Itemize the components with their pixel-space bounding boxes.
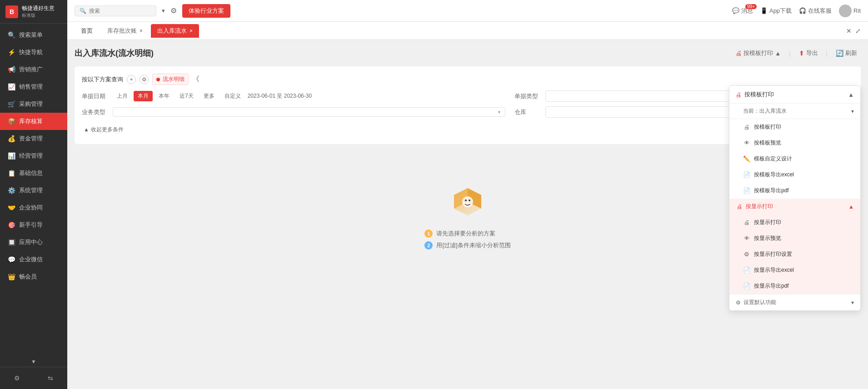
settings-footer-btn[interactable]: ⚙ xyxy=(11,372,23,384)
operation-icon: 📊 xyxy=(7,152,15,160)
sidebar-item-apps[interactable]: 🔲 应用中心 xyxy=(0,234,67,251)
sidebar-item-wechat[interactable]: 💬 企业微信 xyxy=(0,251,67,268)
restore-btn[interactable]: ✕ xyxy=(846,27,852,35)
basic-icon: 📋 xyxy=(7,169,15,177)
dropdown-item-display-pdf[interactable]: 📄 按显示导出pdf xyxy=(729,278,860,294)
business-filter-field: 业务类型 ▾ xyxy=(82,107,505,117)
dropdown-item-template-pdf[interactable]: 📄 按模板导出pdf xyxy=(729,183,860,199)
shortcut-icon: ⚡ xyxy=(7,48,15,56)
template-custom-icon: ✏️ xyxy=(743,155,750,163)
dropdown-item-display-preview[interactable]: 👁 按显示预览 xyxy=(729,230,860,246)
sidebar-item-sales[interactable]: 📈 销售管理 xyxy=(0,78,67,95)
tab-flow-close[interactable]: × xyxy=(190,28,193,34)
date-btn-7days[interactable]: 近7天 xyxy=(175,91,198,101)
collapse-footer-btn[interactable]: ⇆ xyxy=(45,372,56,384)
dropdown-close-arrow[interactable]: ▲ xyxy=(848,91,854,98)
date-btn-this-month[interactable]: 本月 xyxy=(134,91,153,101)
sidebar-item-marketing[interactable]: 📢 营销推广 xyxy=(0,61,67,78)
dropdown-item-template-custom[interactable]: ✏️ 模板自定义设计 xyxy=(729,151,860,167)
svg-point-5 xyxy=(469,199,470,201)
dropdown-item-template-excel[interactable]: 📄 按模板导出excel xyxy=(729,167,860,183)
refresh-action-btn[interactable]: 🔄 刷新 xyxy=(832,47,861,59)
sidebar-item-purchase[interactable]: 🛒 采购管理 xyxy=(0,95,67,113)
dropdown-item-display-print[interactable]: 🖨 按显示打印 xyxy=(729,214,860,230)
dropdown-item-template-print[interactable]: 🖨 按模板打印 xyxy=(729,119,860,135)
topbar-gear-icon[interactable]: ⚙ xyxy=(170,6,177,15)
filter-settings-btn[interactable]: ⚙ xyxy=(140,75,149,84)
topbar-search-box[interactable]: 🔍 xyxy=(75,5,156,16)
app-download-btn[interactable]: 📱 App下载 xyxy=(760,7,792,15)
message-btn[interactable]: 💬 消息 99+ xyxy=(732,7,753,15)
tab-batch-close[interactable]: × xyxy=(140,28,143,34)
sidebar-scroll-down[interactable]: ▼ xyxy=(0,357,67,367)
business-select[interactable]: ▾ xyxy=(113,107,505,117)
dropdown-footer[interactable]: ⚙ 设置默认功能 ▾ xyxy=(729,294,860,310)
sidebar-item-inventory[interactable]: 📦 库存核算 xyxy=(0,113,67,130)
sidebar-nav: 🔍 搜索菜单 ⚡ 快捷导航 📢 营销推广 📈 销售管理 🛒 采购管理 📦 xyxy=(0,24,67,357)
search-input[interactable] xyxy=(89,8,144,14)
page-header: 出入库流水(流水明细) 🖨 按模板打印 ▲ | ⬆ 导出 | 🔄 xyxy=(75,47,861,59)
display-print-section-icon: 🖨 xyxy=(736,203,743,210)
date-filter-field: 单据日期 上月 本月 本年 近7天 更多 自定义 2023-06-01 至 20… xyxy=(82,91,505,101)
date-range-display: 2023-06-01 至 2023-06-30 xyxy=(248,92,312,100)
sidebar-item-system[interactable]: ⚙️ 系统管理 xyxy=(0,182,67,199)
tab-flow[interactable]: 出入库流水 × xyxy=(151,24,199,38)
sidebar-item-cooperation[interactable]: 🤝 企业协同 xyxy=(0,199,67,216)
date-quick-buttons: 上月 本月 本年 近7天 更多 自定义 xyxy=(113,91,245,101)
filter-add-btn[interactable]: + xyxy=(127,75,136,84)
sidebar-item-basic[interactable]: 📋 基础信息 xyxy=(0,165,67,182)
date-btn-more[interactable]: 更多 xyxy=(200,91,219,101)
sidebar-header: B 畅捷通好生意 标准版 xyxy=(0,0,67,24)
date-btn-last-month[interactable]: 上月 xyxy=(113,91,132,101)
user-avatar[interactable]: Rit xyxy=(839,5,861,17)
filter-label: 按以下方案查询 xyxy=(82,75,123,84)
apps-icon: 🔲 xyxy=(7,238,15,246)
guide-icon: 🎯 xyxy=(7,221,15,229)
tab-batch[interactable]: 库存批次账 × xyxy=(101,24,149,38)
trial-button[interactable]: 体验行业方案 xyxy=(182,4,230,18)
dropdown-current-item[interactable]: 当前：出入库流水 ▾ xyxy=(729,104,860,119)
member-icon: 👑 xyxy=(7,273,15,281)
sidebar-item-guide[interactable]: 🎯 新手引导 xyxy=(0,216,67,234)
dropdown-title: 🖨 按模板打印 xyxy=(736,90,774,99)
template-preview-icon: 👁 xyxy=(743,140,750,147)
date-btn-this-year[interactable]: 本年 xyxy=(155,91,174,101)
topbar-dropdown-arrow[interactable]: ▾ xyxy=(162,7,165,14)
dropdown-footer-icon: ⚙ xyxy=(736,299,741,306)
maximize-btn[interactable]: ⤢ xyxy=(855,27,861,35)
sidebar-item-operation[interactable]: 📊 经营管理 xyxy=(0,147,67,165)
dropdown-section-header[interactable]: 🖨 按显示打印 ▲ xyxy=(729,199,860,214)
message-icon: 💬 xyxy=(732,7,739,14)
dropdown-item-display-excel[interactable]: 📄 按显示导出excel xyxy=(729,262,860,278)
print-action-btn[interactable]: 🖨 按模板打印 ▲ xyxy=(732,47,784,59)
sidebar: B 畅捷通好生意 标准版 🔍 搜索菜单 ⚡ 快捷导航 📢 营销推广 📈 销售管理 xyxy=(0,0,67,389)
filter-tag-dot xyxy=(156,78,160,81)
sidebar-item-finance[interactable]: 💰 资金管理 xyxy=(0,130,67,147)
filter-tag: 流水明细 xyxy=(152,74,189,85)
business-field-label: 业务类型 xyxy=(82,108,109,116)
refresh-icon: 🔄 xyxy=(836,50,843,57)
tip-number-2: 2 xyxy=(424,241,433,249)
tip-number-1: 1 xyxy=(424,229,433,238)
topbar-right: 💬 消息 99+ 📱 App下载 🎧 在线客服 Rit xyxy=(732,5,861,17)
tab-home[interactable]: 首页 xyxy=(75,24,99,38)
print-dropdown-arrow: ▲ xyxy=(775,50,781,57)
sidebar-item-shortcut[interactable]: ⚡ 快捷导航 xyxy=(0,44,67,61)
online-service-btn[interactable]: 🎧 在线客服 xyxy=(799,7,832,15)
collapse-more-btn[interactable]: ▲ 收起更多条件 xyxy=(82,124,125,135)
page-content-area: 出入库流水(流水明细) 🖨 按模板打印 ▲ | ⬆ 导出 | 🔄 xyxy=(67,40,868,389)
search-icon: 🔍 xyxy=(7,31,15,39)
filter-collapse-left-btn[interactable]: 《 xyxy=(192,75,200,84)
export-action-btn[interactable]: ⬆ 导出 xyxy=(795,47,822,59)
page-title: 出入库流水(流水明细) xyxy=(75,48,154,59)
date-btn-custom[interactable]: 自定义 xyxy=(220,91,245,101)
empty-tip-2: 2 用[过滤]条件来缩小分析范围 xyxy=(424,241,510,249)
sales-icon: 📈 xyxy=(7,83,15,91)
dropdown-section-arrow: ▲ xyxy=(848,204,854,210)
scroll-down-icon: ▼ xyxy=(31,359,36,365)
dropdown-item-display-settings[interactable]: ⚙ 按显示打印设置 xyxy=(729,246,860,262)
sidebar-item-member[interactable]: 👑 畅会员 xyxy=(0,268,67,285)
sidebar-item-search[interactable]: 🔍 搜索菜单 xyxy=(0,26,67,44)
dropdown-item-template-preview[interactable]: 👁 按模板预览 xyxy=(729,135,860,151)
inventory-icon: 📦 xyxy=(7,117,15,125)
